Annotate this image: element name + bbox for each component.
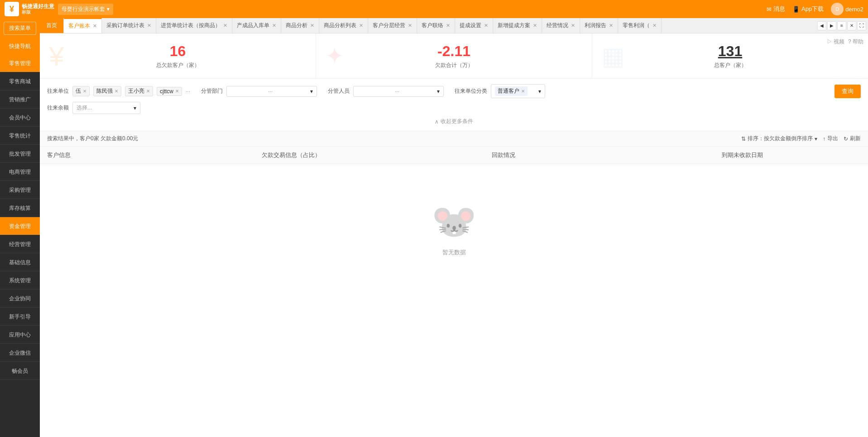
tab-purchase-order-stats[interactable]: 采购订单统计表✕ xyxy=(102,18,156,33)
collapse-label: 收起更多条件 xyxy=(441,118,473,125)
tab-label-purchase-order-stats: 采购订单统计表 xyxy=(106,22,144,29)
collapse-filter-btn[interactable]: ∧ 收起更多条件 xyxy=(47,118,861,125)
person-filter-label: 分管人员 xyxy=(328,87,350,95)
filter-tag-text-cjttcw: cjttcw xyxy=(160,88,173,95)
tab-business-status[interactable]: 经营情况✕ xyxy=(542,18,580,33)
sidebar-item-ecommerce[interactable]: 电商管理 xyxy=(0,163,40,181)
tab-next-button[interactable]: ▶ xyxy=(827,21,836,30)
filter-tag-remove-wu[interactable]: ✕ xyxy=(83,89,86,94)
unit-type-select[interactable]: 普通客户 ✕ ▾ xyxy=(491,84,545,98)
person-select[interactable]: ··· ▾ xyxy=(353,86,444,97)
video-label: 视频 xyxy=(834,38,844,45)
tab-close-customer-account[interactable]: ✕ xyxy=(93,23,97,29)
sidebar-item-enterprise-wechat[interactable]: 企业微信 xyxy=(0,344,40,362)
quick-nav-button[interactable]: 快捷导航 xyxy=(2,40,38,52)
sidebar-item-label-members: 畅会员 xyxy=(2,367,38,375)
filter-area: 往来单位 伍 ✕ 陈民强 ✕ 王小亮 ✕ xyxy=(40,79,868,131)
tab-close-purchase-order-stats[interactable]: ✕ xyxy=(147,23,151,28)
sidebar-item-operations[interactable]: 经营管理 xyxy=(0,235,40,253)
filter-tag-remove-chen[interactable]: ✕ xyxy=(115,89,118,94)
tab-home[interactable]: 首页 xyxy=(40,18,64,33)
tab-close-new-boost-plan[interactable]: ✕ xyxy=(533,23,537,28)
tab-close-profit-report[interactable]: ✕ xyxy=(609,23,613,28)
data-table: 客户信息 欠款交易信息（占比） 回款情况 到期未收款日期 🐭 暂无数据 xyxy=(40,147,868,293)
app-download-btn[interactable]: 📱 App下载 xyxy=(792,5,824,13)
tab-close-customer-contact[interactable]: ✕ xyxy=(446,23,450,28)
unit-type-remove[interactable]: ✕ xyxy=(521,89,525,94)
filter-tag-text-wang: 王小亮 xyxy=(128,87,144,95)
tab-close-boost-settings[interactable]: ✕ xyxy=(484,23,488,28)
tab-customer-account[interactable]: 客户账本✕ xyxy=(64,18,102,33)
sidebar-item-inventory[interactable]: 库存核算 xyxy=(0,199,40,217)
app-download-label: App下载 xyxy=(801,5,824,13)
org-name: 母婴行业演示帐套 xyxy=(62,5,105,13)
filter-tag-remove-wang[interactable]: ✕ xyxy=(146,89,150,94)
message-btn[interactable]: ✉ 消息 xyxy=(767,5,785,13)
sidebar-item-basic-info[interactable]: 基础信息 xyxy=(0,253,40,271)
tab-close-customer-layer[interactable]: ✕ xyxy=(408,23,412,28)
sidebar-item-new-guide[interactable]: 新手引导 xyxy=(0,308,40,326)
sidebar-item-members[interactable]: 畅会员 xyxy=(0,362,40,380)
refresh-btn[interactable]: ↻ 刷新 xyxy=(844,135,861,142)
tab-boost-settings[interactable]: 提成设置✕ xyxy=(455,18,493,33)
sort-select[interactable]: ⇅ 排序：按欠款金额倒序排序 ▾ xyxy=(741,135,817,142)
stat-label-1: 总欠款客户（家） xyxy=(156,62,200,69)
tab-incoming-stats[interactable]: 进货单统计表（按商品）✕ xyxy=(156,18,232,33)
tab-profit-report[interactable]: 利润报告✕ xyxy=(580,18,618,33)
sidebar-item-finance[interactable]: 资金管理 xyxy=(0,217,40,235)
sidebar-item-wholesale[interactable]: 批发管理 xyxy=(0,145,40,163)
page-content: ¥ 16 总欠款客户（家） ✦ -2.11 欠款合计（万） ▦ 131 总客 xyxy=(40,33,868,437)
chevron-down-icon-dept: ▾ xyxy=(310,88,313,95)
unit-type-label: 往来单位分类 xyxy=(455,87,487,95)
tab-nav-buttons: ◀ ▶ ≡ ✕ ⛶ xyxy=(815,21,868,30)
filter-row-2: 往来余额 选择... ▾ xyxy=(47,102,861,114)
tab-close-product-analysis-list[interactable]: ✕ xyxy=(359,23,363,28)
tab-close-incoming-stats[interactable]: ✕ xyxy=(223,23,227,28)
tab-label-customer-layer: 客户分层经营 xyxy=(373,22,405,29)
tab-close-business-status[interactable]: ✕ xyxy=(571,23,575,28)
tab-product-analysis[interactable]: 商品分析✕ xyxy=(281,18,319,33)
sidebar-item-marketing[interactable]: 营销推广 xyxy=(0,90,40,109)
sidebar-item-app-center[interactable]: 应用中心 xyxy=(0,326,40,344)
tab-new-boost-plan[interactable]: 新增提成方案✕ xyxy=(493,18,542,33)
sidebar-item-purchase[interactable]: 采购管理 xyxy=(0,181,40,199)
query-button[interactable]: 查询 xyxy=(834,85,861,98)
user-profile[interactable]: D demo2 xyxy=(831,3,863,15)
tab-close-retail-profit[interactable]: ✕ xyxy=(652,23,657,28)
tab-label-new-boost-plan: 新增提成方案 xyxy=(498,22,530,29)
filter-tag-remove-cjttcw[interactable]: ✕ xyxy=(175,89,179,94)
sidebar-item-retail-mall[interactable]: 零售商城 xyxy=(0,72,40,90)
search-menu-button[interactable]: 搜索菜单 xyxy=(4,22,36,35)
tab-close-product-analysis[interactable]: ✕ xyxy=(310,23,314,28)
tab-cost-warehouse[interactable]: 产成品入库单✕ xyxy=(232,18,281,33)
sidebar-item-label-inventory: 库存核算 xyxy=(2,204,38,212)
balance-select[interactable]: 选择... ▾ xyxy=(72,102,140,114)
sidebar-item-retail[interactable]: 零售管理 xyxy=(0,54,40,72)
top-bar-right: ✉ 消息 📱 App下载 D demo2 xyxy=(767,3,863,15)
sidebar-item-system[interactable]: 系统管理 xyxy=(0,271,40,290)
dept-select-more: ··· xyxy=(268,88,273,95)
tab-close-all-button[interactable]: ✕ xyxy=(847,21,856,30)
tab-label-product-analysis-list: 商品分析列表 xyxy=(324,22,356,29)
sidebar-item-retail-stats[interactable]: 零售统计 xyxy=(0,127,40,145)
sort-label: 排序：按欠款金额倒序排序 xyxy=(748,135,813,142)
filter-tag-unit-type: 普通客户 ✕ xyxy=(495,86,528,96)
video-btn[interactable]: ▷ 视频 xyxy=(827,38,844,46)
tab-fullscreen-button[interactable]: ⛶ xyxy=(857,21,866,30)
tab-menu-button[interactable]: ≡ xyxy=(837,21,846,30)
table-header-row: 客户信息 欠款交易信息（占比） 回款情况 到期未收款日期 xyxy=(40,147,868,164)
tab-prev-button[interactable]: ◀ xyxy=(817,21,826,30)
tab-customer-layer[interactable]: 客户分层经营✕ xyxy=(368,18,417,33)
filter-more-btn[interactable]: ··· xyxy=(186,88,190,95)
filter-tag-chen: 陈民强 ✕ xyxy=(93,86,121,96)
help-btn[interactable]: ? 帮助 xyxy=(848,38,863,46)
tab-customer-contact[interactable]: 客户联络✕ xyxy=(417,18,455,33)
sidebar-item-member[interactable]: 会员中心 xyxy=(0,109,40,127)
tab-retail-profit[interactable]: 零售利润（✕ xyxy=(618,18,662,33)
tab-product-analysis-list[interactable]: 商品分析列表✕ xyxy=(319,18,368,33)
tab-close-cost-warehouse[interactable]: ✕ xyxy=(272,23,276,28)
org-selector[interactable]: 母婴行业演示帐套 ▾ xyxy=(58,4,113,15)
dept-select[interactable]: ··· ▾ xyxy=(226,86,317,97)
sidebar-item-enterprise[interactable]: 企业协同 xyxy=(0,290,40,308)
export-btn[interactable]: ↑ 导出 xyxy=(823,135,838,142)
